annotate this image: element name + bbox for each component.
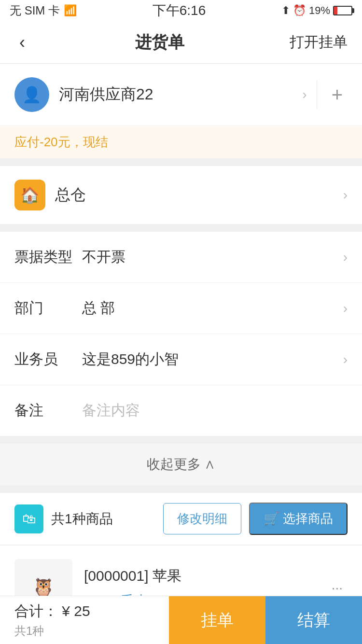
nav-bar: ‹ 进货单 打开挂单 <box>0 21 362 64</box>
department-chevron-icon: › <box>343 301 348 316</box>
wifi-icon: 📶 <box>64 4 77 17</box>
total-count: 共1种 <box>14 623 154 639</box>
remark-label: 备注 <box>14 401 77 420</box>
supplier-row[interactable]: 👤 河南供应商22 › + <box>0 64 362 126</box>
department-value: 总 部 <box>82 298 343 318</box>
status-bar: 无 SIM 卡 📶 下午6:16 ⬆ ⏰ 19% <box>0 0 362 21</box>
bottom-bar: 合计： ¥ 25 共1种 挂单 结算 <box>0 596 362 644</box>
bill-type-value: 不开票 <box>82 247 343 267</box>
total-amount: 合计： ¥ 25 <box>14 602 154 621</box>
select-product-label: 选择商品 <box>283 510 333 527</box>
total-label: 合计： <box>14 603 58 619</box>
supplier-chevron-icon: › <box>302 87 306 102</box>
notice-banner: 应付-20元，现结 <box>0 126 362 158</box>
form-card: 票据类型 不开票 › 部门 总 部 › 业务员 这是859的小智 › 备注 备注… <box>0 232 362 436</box>
products-count: 共1种商品 <box>51 510 163 528</box>
hold-label: 挂单 <box>201 609 234 631</box>
add-button[interactable]: + <box>327 79 348 111</box>
department-label: 部门 <box>14 298 77 318</box>
location-icon: ⬆ <box>281 4 290 17</box>
salesperson-chevron-icon: › <box>343 352 348 367</box>
hold-button[interactable]: 挂单 <box>169 596 265 644</box>
battery-icon <box>333 6 352 15</box>
battery-percent: 19% <box>309 4 330 17</box>
department-row[interactable]: 部门 总 部 › <box>0 283 362 334</box>
collapse-button[interactable]: 收起更多 ∧ <box>0 444 362 485</box>
salesperson-label: 业务员 <box>14 350 77 369</box>
products-icon: 🛍 <box>14 504 43 533</box>
product-name: [0000001] 苹果 <box>84 566 327 586</box>
remark-row[interactable]: 备注 备注内容 <box>0 385 362 436</box>
avatar-icon: 👤 <box>22 85 42 104</box>
warehouse-row[interactable]: 🏠 总仓 › <box>0 166 362 224</box>
salesperson-value: 这是859的小智 <box>82 350 343 369</box>
open-pending-button[interactable]: 打开挂单 <box>290 32 348 52</box>
product-title: 苹果 <box>153 568 181 584</box>
collapse-label: 收起更多 ∧ <box>147 457 216 472</box>
warehouse-name: 总仓 <box>55 184 343 206</box>
page-title: 进货单 <box>135 31 184 54</box>
total-value: ¥ 25 <box>62 603 90 619</box>
alarm-icon: ⏰ <box>293 4 306 17</box>
checkout-button[interactable]: 结算 <box>265 596 362 644</box>
house-icon: 🏠 <box>20 186 40 204</box>
status-time: 下午6:16 <box>153 1 206 20</box>
bill-type-row[interactable]: 票据类型 不开票 › <box>0 232 362 283</box>
bag-icon: 🛍 <box>22 511 36 527</box>
bill-type-label: 票据类型 <box>14 247 77 267</box>
supplier-card: 👤 河南供应商22 › + 应付-20元，现结 <box>0 64 362 158</box>
notice-text: 应付-20元，现结 <box>14 135 108 149</box>
supplier-avatar: 👤 <box>14 77 49 112</box>
product-code: [0000001] <box>84 568 153 584</box>
products-header: 🛍 共1种商品 修改明细 🛒 选择商品 <box>0 493 362 545</box>
remark-input[interactable]: 备注内容 <box>82 401 348 420</box>
main-content: 👤 河南供应商22 › + 应付-20元，现结 🏠 总仓 › 票据类型 不开票 … <box>0 64 362 644</box>
carrier-label: 无 SIM 卡 <box>10 3 60 18</box>
vertical-divider <box>317 80 317 109</box>
bill-type-chevron-icon: › <box>343 250 348 265</box>
warehouse-icon: 🏠 <box>14 180 45 210</box>
cart-icon: 🛒 <box>264 511 279 526</box>
warehouse-card[interactable]: 🏠 总仓 › <box>0 166 362 224</box>
select-product-button[interactable]: 🛒 选择商品 <box>249 503 348 535</box>
status-left: 无 SIM 卡 📶 <box>10 3 77 18</box>
total-section: 合计： ¥ 25 共1种 <box>0 596 169 644</box>
edit-detail-button[interactable]: 修改明细 <box>163 503 241 534</box>
salesperson-row[interactable]: 业务员 这是859的小智 › <box>0 334 362 385</box>
supplier-name: 河南供应商22 <box>59 84 302 105</box>
warehouse-chevron-icon: › <box>343 187 348 203</box>
checkout-label: 结算 <box>297 609 330 631</box>
back-button[interactable]: ‹ <box>14 28 30 57</box>
status-right: ⬆ ⏰ 19% <box>281 4 352 17</box>
